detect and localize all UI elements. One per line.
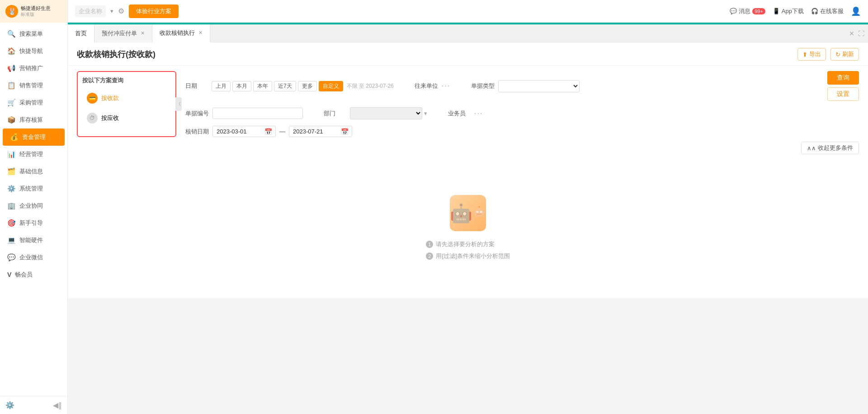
wechat-icon: 💬	[7, 253, 16, 262]
calendar-end-icon[interactable]: 📅	[341, 128, 349, 135]
user-avatar[interactable]: 👤	[851, 6, 861, 16]
purchase-icon: 🛒	[7, 99, 16, 107]
payable-option-label: 按应收	[101, 114, 119, 122]
sidebar-item-label: 基础信息	[19, 167, 43, 176]
topbar: 企业名称 ▾ ⚙ 体验行业方案 💬 消息 99+ 📱 App下载 🎧 在线客服 …	[68, 0, 868, 23]
collapse-btn[interactable]: ∧∧ 收起更多条件	[801, 142, 859, 154]
svg-rect-6	[477, 208, 481, 210]
refresh-button[interactable]: ↻ 刷新	[830, 48, 859, 61]
payable-option-icon: ⏱	[87, 113, 98, 124]
tab-receipt[interactable]: 收款核销执行 ✕	[152, 24, 210, 43]
sidebar-item-label: 经营管理	[19, 150, 43, 158]
date-range-dash: —	[279, 128, 285, 135]
svg-rect-1	[476, 211, 478, 213]
message-badge: 99+	[752, 8, 765, 14]
sidebar-item-wechat[interactable]: 💬 企业微信	[0, 249, 67, 266]
filter-right-panel: 日期 上月 本月 本年 近7天 更多 自定义 不限 至 2023-07-26	[185, 71, 859, 137]
sidebar-item-system[interactable]: ⚙️ 系统管理	[0, 180, 67, 197]
sidebar-item-inventory[interactable]: 📦 库存核算	[0, 111, 67, 128]
sidebar-item-basic[interactable]: 🗂️ 基础信息	[0, 163, 67, 180]
sidebar-item-finance[interactable]: 💰 资金管理	[3, 128, 65, 146]
date-btn-this-month[interactable]: 本月	[232, 81, 251, 91]
tab-prepay-close-icon[interactable]: ✕	[141, 30, 145, 36]
headset-icon: 🎧	[811, 8, 818, 14]
svg-rect-0	[475, 210, 484, 217]
topbar-gear-icon[interactable]: ⚙	[118, 7, 124, 15]
home-icon: 🏠	[7, 47, 16, 55]
filter-collapse-icon[interactable]: 《	[175, 97, 182, 111]
export-icon: ⬆	[802, 51, 807, 58]
sidebar-item-label: 销售管理	[19, 81, 43, 90]
tab-prepay[interactable]: 预付冲应付单 ✕	[94, 24, 152, 43]
online-service-label: 在线客服	[820, 7, 844, 15]
doctype-select[interactable]	[498, 80, 580, 92]
collapse-sidebar-icon[interactable]: ◀‖	[53, 401, 62, 409]
app-name: 畅捷通好生意	[21, 5, 51, 11]
calendar-start-icon[interactable]: 📅	[264, 128, 272, 135]
staff-dots[interactable]: ···	[474, 109, 483, 118]
date-btn-more[interactable]: 更多	[298, 81, 317, 91]
dropdown-arrow-icon[interactable]: ▾	[110, 8, 113, 14]
query-button[interactable]: 查询	[827, 71, 859, 85]
collapse-row: ∧∧ 收起更多条件	[68, 137, 868, 159]
topbar-left: 企业名称 ▾ ⚙ 体验行业方案	[75, 5, 179, 18]
setting-button[interactable]: 设置	[827, 87, 859, 101]
receipt-option-label: 按收款	[101, 94, 119, 102]
app-download-item[interactable]: 📱 App下载	[773, 7, 804, 15]
sidebar-item-shortcut[interactable]: 🏠 快捷导航	[0, 43, 67, 60]
finance-icon: 💰	[10, 133, 19, 141]
sidebar-item-sales[interactable]: 📋 销售管理	[0, 77, 67, 94]
sidebar-item-member[interactable]: V 畅会员	[0, 266, 67, 283]
page-header: 收款核销执行(按收款) ⬆ 导出 ↻ 刷新	[68, 43, 868, 66]
filter-option-payable[interactable]: ⏱ 按应收	[82, 109, 171, 127]
sidebar-item-marketing[interactable]: 📢 营销推广	[0, 60, 67, 77]
filter-row-1: 日期 上月 本月 本年 近7天 更多 自定义 不限 至 2023-07-26	[185, 71, 859, 101]
filter-staff-item: 业务员 ···	[448, 109, 483, 118]
tab-home[interactable]: 首页	[68, 24, 94, 43]
tab-prepay-label: 预付冲应付单	[102, 29, 137, 38]
sidebar-item-label: 库存核算	[19, 116, 43, 124]
tab-home-label: 首页	[75, 29, 87, 38]
sidebar-item-label: 营销推广	[19, 64, 43, 72]
empty-hint-1-text: 请先选择要分析的方案	[436, 238, 495, 250]
filter-option-receipt[interactable]: 💳 按收款	[82, 89, 171, 107]
phone-icon: 📱	[773, 8, 780, 14]
company-name: 企业名称	[75, 5, 106, 17]
date-btn-7days[interactable]: 近7天	[274, 81, 296, 91]
tab-receipt-close-icon[interactable]: ✕	[198, 30, 203, 36]
export-button[interactable]: ⬆ 导出	[797, 48, 826, 61]
expand-icon[interactable]: ⛶	[858, 30, 864, 37]
settings-icon[interactable]: ⚙️	[5, 401, 14, 409]
sidebar-item-purchase[interactable]: 🛒 采购管理	[0, 94, 67, 111]
close-tab-icon[interactable]: ✕	[849, 30, 854, 37]
svg-rect-4	[474, 211, 476, 214]
filter-row-2: 单据编号 部门 ▾ 业务员	[185, 107, 859, 119]
page-title: 收款核销执行(按收款)	[77, 49, 156, 60]
message-icon: 💬	[730, 8, 737, 14]
verify-date-label: 核销日期	[185, 128, 209, 136]
partner-dots[interactable]: ···	[442, 82, 450, 90]
online-service-item[interactable]: 🎧 在线客服	[811, 7, 844, 15]
content-area: 收款核销执行(按收款) ⬆ 导出 ↻ 刷新 按以下方案查询	[68, 43, 868, 414]
sidebar-item-guide[interactable]: 🎯 新手引导	[0, 214, 67, 232]
docno-input[interactable]	[212, 108, 303, 119]
solution-button[interactable]: 体验行业方案	[129, 5, 179, 18]
app-download-label: App下载	[782, 7, 804, 15]
sidebar-item-search[interactable]: 🔍 搜索菜单	[0, 25, 67, 43]
sidebar-item-label: 搜索菜单	[19, 30, 43, 38]
date-btn-custom[interactable]: 自定义	[319, 81, 343, 91]
avatar-icon: 👤	[851, 6, 861, 16]
sidebar-item-label: 新手引导	[19, 219, 43, 227]
guide-icon: 🎯	[7, 219, 16, 227]
dept-select-wrap: ▾	[350, 107, 427, 119]
sidebar-item-hardware[interactable]: 💻 智能硬件	[0, 232, 67, 249]
doctype-label: 单据类型	[471, 82, 495, 90]
sidebar-item-management[interactable]: 📊 经营管理	[0, 146, 67, 163]
svg-rect-5	[483, 211, 484, 214]
message-item[interactable]: 💬 消息 99+	[730, 7, 765, 15]
date-btn-last-month[interactable]: 上月	[212, 81, 231, 91]
date-btn-this-year[interactable]: 本年	[253, 81, 272, 91]
sidebar-item-label: 系统管理	[19, 185, 43, 193]
sidebar-item-corp[interactable]: 🏢 企业协同	[0, 197, 67, 214]
dept-select[interactable]	[350, 107, 422, 119]
